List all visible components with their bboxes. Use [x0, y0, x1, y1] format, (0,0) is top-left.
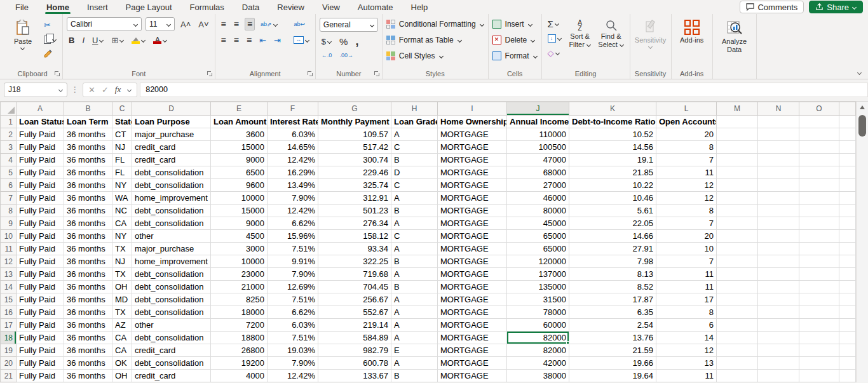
cell-A18[interactable]: Fully Paid	[17, 332, 64, 344]
cell-M18[interactable]	[717, 332, 758, 344]
cell-I16[interactable]: MORTGAGE	[438, 306, 507, 319]
cell-H5[interactable]: D	[391, 166, 438, 179]
cell-A3[interactable]: Fully Paid	[17, 141, 64, 154]
column-header-g[interactable]: G	[318, 102, 391, 116]
menu-tab-review[interactable]: Review	[268, 0, 313, 14]
fill-handle[interactable]	[566, 341, 569, 344]
cell-P12[interactable]	[839, 255, 856, 268]
cell-P21[interactable]	[839, 370, 856, 382]
name-box-resizer[interactable]: ⋮	[70, 85, 80, 94]
cell-F6[interactable]: 13.49%	[268, 179, 318, 192]
cell-P4[interactable]	[839, 154, 856, 166]
cell-F15[interactable]: 7.51%	[268, 293, 318, 306]
vertical-scrollbar[interactable]	[856, 102, 868, 382]
cut-button[interactable]: ✂	[42, 18, 58, 31]
row-header-11[interactable]: 11	[1, 243, 17, 255]
cell-H8[interactable]: B	[391, 205, 438, 217]
paste-button[interactable]: Paste	[6, 17, 39, 63]
cell-B8[interactable]: 36 months	[64, 205, 112, 217]
cell-J12[interactable]: 120000	[507, 255, 569, 268]
cell-L17[interactable]: 6	[656, 319, 717, 332]
cell-E14[interactable]: 21000	[211, 281, 268, 293]
cell-H17[interactable]: A	[391, 319, 438, 332]
cell-I15[interactable]: MORTGAGE	[438, 293, 507, 306]
cell-K4[interactable]: 19.1	[569, 154, 656, 166]
cell-C14[interactable]: OH	[112, 281, 132, 293]
cell-O3[interactable]	[799, 141, 839, 154]
cell-C13[interactable]: TX	[112, 268, 132, 281]
cell-I12[interactable]: MORTGAGE	[438, 255, 507, 268]
cell-G15[interactable]: 256.67	[318, 293, 391, 306]
cell-O15[interactable]	[799, 293, 839, 306]
cell-M2[interactable]	[717, 128, 758, 141]
cell-P14[interactable]	[839, 281, 856, 293]
cell-N20[interactable]	[758, 357, 799, 370]
align-left-button[interactable]: ≡	[219, 34, 228, 46]
cell-A2[interactable]: Fully Paid	[17, 128, 64, 141]
cell-A8[interactable]: Fully Paid	[17, 205, 64, 217]
cell-N10[interactable]	[758, 230, 799, 243]
cell-C21[interactable]: OH	[112, 370, 132, 382]
cell-B17[interactable]: 36 months	[64, 319, 112, 332]
column-header-c[interactable]: C	[112, 102, 132, 116]
decrease-decimal-button[interactable]: .00→	[337, 49, 355, 62]
scrollbar-thumb[interactable]	[858, 115, 866, 137]
formula-input[interactable]: 82000	[140, 83, 868, 97]
cell-K20[interactable]: 19.66	[569, 357, 656, 370]
cell-K7[interactable]: 10.46	[569, 192, 656, 205]
font-size-select[interactable]: 11	[146, 17, 175, 31]
cell-E19[interactable]: 26800	[211, 344, 268, 357]
cell-A17[interactable]: Fully Paid	[17, 319, 64, 332]
cell-J10[interactable]: 65000	[507, 230, 569, 243]
cell-O21[interactable]	[799, 370, 839, 382]
cell-H13[interactable]: A	[391, 268, 438, 281]
cell-H19[interactable]: E	[391, 344, 438, 357]
number-format-select[interactable]: General	[320, 18, 378, 32]
cell-F19[interactable]: 19.03%	[268, 344, 318, 357]
cell-A1[interactable]: Loan Status	[17, 116, 64, 128]
cell-J3[interactable]: 100500	[507, 141, 569, 154]
column-header-n[interactable]: N	[758, 102, 799, 116]
cell-B3[interactable]: 36 months	[64, 141, 112, 154]
cell-G10[interactable]: 158.12	[318, 230, 391, 243]
cell-B5[interactable]: 36 months	[64, 166, 112, 179]
cell-C5[interactable]: FL	[112, 166, 132, 179]
cell-J20[interactable]: 42000	[507, 357, 569, 370]
cell-P15[interactable]	[839, 293, 856, 306]
row-header-7[interactable]: 7	[1, 192, 17, 205]
cell-P6[interactable]	[839, 179, 856, 192]
column-header-l[interactable]: L	[656, 102, 717, 116]
cell-J14[interactable]: 135000	[507, 281, 569, 293]
find-select-button[interactable]: Find &Select	[597, 17, 626, 63]
cell-L11[interactable]: 10	[656, 243, 717, 255]
cell-E21[interactable]: 4000	[211, 370, 268, 382]
cell-D18[interactable]: debt_consolidation	[132, 332, 211, 344]
cell-L9[interactable]: 7	[656, 217, 717, 230]
cell-G4[interactable]: 300.74	[318, 154, 391, 166]
cell-B12[interactable]: 36 months	[64, 255, 112, 268]
cell-F14[interactable]: 12.69%	[268, 281, 318, 293]
cell-O13[interactable]	[799, 268, 839, 281]
cell-H18[interactable]: A	[391, 332, 438, 344]
cell-E9[interactable]: 9000	[211, 217, 268, 230]
cell-F12[interactable]: 9.91%	[268, 255, 318, 268]
cell-P7[interactable]	[839, 192, 856, 205]
cell-I13[interactable]: MORTGAGE	[438, 268, 507, 281]
row-header-6[interactable]: 6	[1, 179, 17, 192]
cell-D6[interactable]: debt_consolidation	[132, 179, 211, 192]
cell-B16[interactable]: 36 months	[64, 306, 112, 319]
row-header-4[interactable]: 4	[1, 154, 17, 166]
cell-I17[interactable]: MORTGAGE	[438, 319, 507, 332]
cell-L19[interactable]: 12	[656, 344, 717, 357]
cell-F16[interactable]: 6.62%	[268, 306, 318, 319]
cell-N14[interactable]	[758, 281, 799, 293]
cell-D8[interactable]: debt_consolidation	[132, 205, 211, 217]
cell-I4[interactable]: MORTGAGE	[438, 154, 507, 166]
cell-G17[interactable]: 219.14	[318, 319, 391, 332]
underline-button[interactable]: U	[90, 34, 105, 46]
cell-O6[interactable]	[799, 179, 839, 192]
cell-J16[interactable]: 78000	[507, 306, 569, 319]
cell-H15[interactable]: A	[391, 293, 438, 306]
cell-A21[interactable]: Fully Paid	[17, 370, 64, 382]
cell-B9[interactable]: 36 months	[64, 217, 112, 230]
